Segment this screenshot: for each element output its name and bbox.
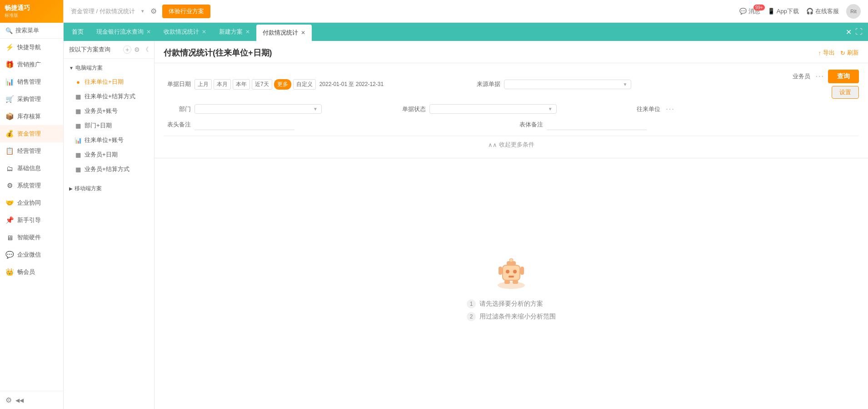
svg-point-4: [513, 270, 517, 273]
date-btn-more[interactable]: 更多: [274, 79, 291, 90]
tabbar: 首页现金银行流水查询✕收款情况统计✕新建方案✕付款情况统计✕ ✕ ⛶: [64, 23, 868, 41]
date-btn-7days[interactable]: 近7天: [252, 79, 272, 90]
scheme-item-unit-date[interactable]: ●往来单位+日期: [64, 75, 154, 89]
scheme-item-staff-payment[interactable]: ▦业务员+结算方式: [64, 162, 154, 177]
sidebar-item-marketing[interactable]: 🎁营销推广: [0, 56, 63, 73]
export-label: 导出: [823, 49, 835, 57]
sidebar-item-sales[interactable]: 📊销售管理: [0, 73, 63, 91]
tab-close-payment-stats[interactable]: ✕: [301, 30, 305, 36]
scheme-icon-staff-date: ▦: [75, 151, 82, 158]
right-content: 付款情况统计(往来单位+日期) ↑ 导出 ↻ 刷新: [155, 41, 868, 409]
export-button[interactable]: ↑ 导出: [818, 49, 835, 57]
message-badge: 99+: [753, 5, 765, 10]
table-header-note-input[interactable]: [195, 119, 294, 130]
sidebar-item-quick-nav[interactable]: ⚡快捷导航: [0, 39, 63, 56]
scheme-item-staff-account[interactable]: ▦业务员+账号: [64, 104, 154, 118]
trial-button[interactable]: 体验行业方案: [162, 5, 210, 18]
tab-label-home: 首页: [72, 28, 84, 36]
scheme-item-unit-payment[interactable]: ▦往来单位+结算方式: [64, 89, 154, 104]
sidebar-logo-sub: 标准版: [5, 12, 30, 19]
scheme-icon-unit-payment: ▦: [75, 93, 82, 100]
message-button[interactable]: 💬 消息 99+: [739, 7, 760, 15]
dept-filter-group: 部门 ▼: [164, 104, 389, 114]
sidebar-icon-finance: 💰: [5, 130, 14, 138]
tip-text-1: 请先选择要分析的方案: [479, 300, 543, 308]
online-service-label: 在线客服: [815, 7, 839, 15]
date-btn-custom[interactable]: 自定义: [293, 79, 316, 90]
sidebar-item-purchase[interactable]: 🛒采购管理: [0, 91, 63, 108]
sidebar-label-marketing: 营销推广: [17, 61, 41, 69]
maximize-icon[interactable]: ⛶: [855, 28, 863, 36]
scheme-group-label-desktop: 电脑端方案: [75, 64, 103, 72]
tab-close-receipt-stats[interactable]: ✕: [202, 29, 206, 35]
scheme-group-title-desktop[interactable]: ▼电脑端方案: [64, 61, 154, 75]
topbar-settings-icon[interactable]: ⚙: [150, 7, 157, 15]
scheme-item-unit-account[interactable]: 📊往来单位+账号: [64, 133, 154, 147]
collapse-sidebar-icon[interactable]: ◀◀: [15, 397, 24, 404]
app-download-button[interactable]: 📱 App下载: [768, 7, 799, 15]
collapse-button[interactable]: ∧∧ 收起更多条件: [164, 138, 859, 151]
collapse-row: ∧∧ 收起更多条件: [164, 136, 859, 151]
sidebar-item-guide[interactable]: 📌新手引导: [0, 212, 63, 229]
sidebar-label-inventory: 库存核算: [17, 112, 41, 121]
online-service-button[interactable]: 🎧 在线客服: [806, 7, 839, 15]
sidebar-item-operation[interactable]: 📋经营管理: [0, 142, 63, 160]
tab-close-bank-flow[interactable]: ✕: [146, 29, 151, 35]
refresh-button[interactable]: ↻ 刷新: [840, 49, 859, 57]
tab-label-receipt-stats: 收款情况统计: [164, 28, 199, 36]
sidebar-item-inventory[interactable]: 📦库存核算: [0, 108, 63, 125]
sidebar-item-member[interactable]: 👑畅会员: [0, 263, 63, 281]
scheme-item-dept-date[interactable]: ▦部门+日期: [64, 118, 154, 133]
sidebar-item-wechat[interactable]: 💬企业微信: [0, 246, 63, 263]
settings-button[interactable]: 设置: [832, 86, 859, 99]
tab-close-new-scheme[interactable]: ✕: [245, 29, 250, 35]
sidebar-item-basic[interactable]: 🗂基础信息: [0, 160, 63, 177]
sidebar-item-hardware[interactable]: 🖥智能硬件: [0, 229, 63, 246]
date-btn-this-year[interactable]: 本年: [233, 79, 250, 90]
tab-new-scheme[interactable]: 新建方案✕: [213, 23, 256, 41]
user-avatar[interactable]: Rit: [846, 4, 861, 19]
sidebar-label-finance: 资金管理: [17, 130, 41, 138]
topbar-dropdown-icon[interactable]: ▼: [140, 9, 145, 14]
tab-bank-flow[interactable]: 现金银行流水查询✕: [90, 23, 157, 41]
add-scheme-icon[interactable]: +: [123, 45, 131, 54]
scheme-settings-icon[interactable]: ⚙: [134, 46, 140, 53]
table-body-note-input[interactable]: [547, 119, 647, 130]
table-body-note-group: 表体备注: [516, 119, 859, 130]
close-all-icon[interactable]: ✕: [846, 28, 852, 36]
source-label: 来源单据: [473, 80, 500, 88]
sidebar-item-finance[interactable]: 💰资金管理: [0, 125, 63, 142]
query-button[interactable]: 查询: [828, 70, 859, 83]
salesperson-dots[interactable]: ···: [816, 72, 824, 81]
doc-status-select[interactable]: ▼: [429, 104, 557, 114]
source-filter-group: 来源单据 ▼: [473, 80, 773, 89]
scheme-label-staff-account: 业务员+账号: [85, 107, 118, 115]
date-btn-this-month[interactable]: 本月: [214, 79, 231, 90]
empty-robot-image: [489, 247, 534, 292]
scheme-group-desktop: ▼电脑端方案●往来单位+日期▦往来单位+结算方式▦业务员+账号▦部门+日期📊往来…: [64, 59, 154, 179]
scheme-group-title-mobile[interactable]: ▶移动端方案: [64, 182, 154, 195]
tab-home[interactable]: 首页: [65, 23, 90, 41]
sidebar-label-basic: 基础信息: [17, 164, 41, 172]
settings-icon[interactable]: ⚙: [5, 396, 12, 404]
sidebar-icon-wechat: 💬: [5, 251, 14, 259]
filter-area: 单据日期 上月 本月 本年 近7天 更多 自定义 2022-01-01 至 20…: [155, 63, 868, 158]
scheme-icon-unit-date: ●: [75, 78, 82, 86]
app-download-label: App下载: [777, 7, 799, 15]
table-header-note-label: 表头备注: [164, 121, 191, 129]
message-icon: 💬: [739, 8, 747, 15]
sidebar-item-system[interactable]: ⚙系统管理: [0, 177, 63, 194]
tab-receipt-stats[interactable]: 收款情况统计✕: [157, 23, 213, 41]
sidebar-search[interactable]: 🔍 搜索菜单: [0, 23, 63, 39]
tab-payment-stats[interactable]: 付款情况统计✕: [256, 25, 312, 41]
partner-dots[interactable]: ···: [666, 105, 674, 113]
panel-collapse-icon[interactable]: 《: [143, 45, 149, 54]
scheme-item-staff-date[interactable]: ▦业务员+日期: [64, 147, 154, 162]
source-select[interactable]: ▼: [504, 80, 631, 89]
scheme-group-arrow-desktop: ▼: [69, 66, 74, 71]
dept-select[interactable]: ▼: [195, 104, 322, 114]
sidebar-item-enterprise[interactable]: 🤝企业协同: [0, 194, 63, 212]
topbar-breadcrumb: 资金管理 / 付款情况统计: [71, 7, 135, 15]
date-btn-last-month[interactable]: 上月: [195, 79, 212, 90]
sidebar-icon-marketing: 🎁: [5, 61, 14, 69]
